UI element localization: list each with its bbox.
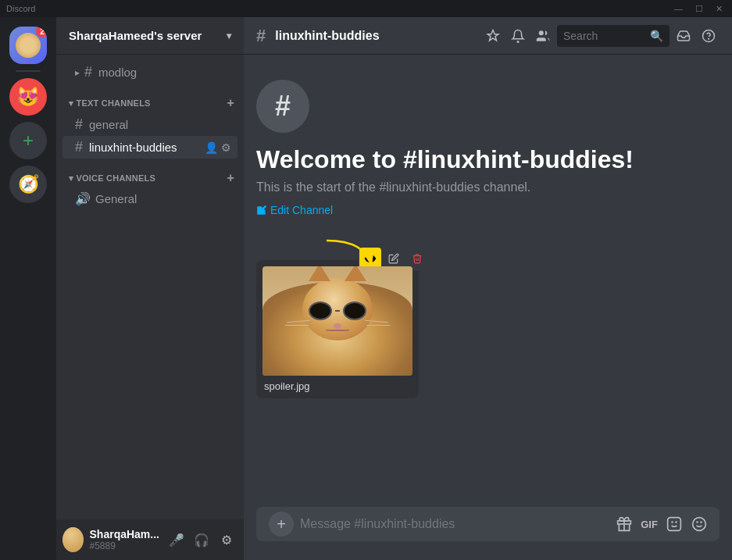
category-label-text: ▾ TEXT CHANNELS — [69, 98, 151, 109]
attachment-filename: spoiler.jpg — [262, 380, 412, 392]
text-channels-category[interactable]: ▾ TEXT CHANNELS + — [56, 84, 244, 113]
mute-button[interactable]: 🎤 — [166, 529, 187, 551]
input-actions: GIF — [607, 513, 716, 535]
window-controls: — ☐ ✕ — [671, 4, 726, 14]
message-area: spoiler.jpg — [256, 241, 720, 398]
welcome-subtitle: This is the start of the #linuxhint-budd… — [256, 180, 720, 194]
pencil-edit-icon — [388, 253, 399, 264]
speaker-icon: 🔊 — [75, 191, 91, 206]
search-bar[interactable]: Search 🔍 — [557, 25, 670, 47]
emoji-button[interactable] — [688, 513, 710, 535]
voice-channels-category[interactable]: ▾ VOICE CHANNELS + — [56, 159, 244, 188]
add-file-button[interactable]: + — [269, 512, 294, 537]
server-icon-sharqa[interactable]: 2 — [9, 27, 47, 64]
user-panel: SharqaHam... #5889 🎤 🎧 ⚙ — [56, 519, 244, 560]
channel-name-general: general — [89, 118, 231, 131]
add-text-channel-button[interactable]: + — [223, 96, 237, 110]
channels-list: ▸ # modlog ▾ TEXT CHANNELS + # general #… — [56, 55, 244, 519]
channel-sidebar: SharqaHameed's server ▾ ▸ # modlog ▾ TEX… — [56, 17, 244, 560]
gift-button[interactable] — [613, 513, 635, 535]
gif-button[interactable]: GIF — [638, 513, 660, 535]
channel-item-modlog[interactable]: ▸ # modlog — [62, 61, 237, 84]
app-title: Discord — [6, 4, 671, 13]
hash-icon: # — [84, 64, 92, 80]
minimize-btn[interactable]: — — [671, 4, 686, 14]
gift-icon — [616, 516, 632, 532]
notification-button[interactable] — [507, 25, 529, 47]
channel-name-linuxhint-buddies: linuxhint-buddies — [89, 141, 200, 154]
user-controls: 🎤 🎧 ⚙ — [166, 529, 237, 551]
channel-header: # linuxhint-buddies — [244, 17, 732, 55]
user-settings-button[interactable]: ⚙ — [216, 529, 237, 551]
server-divider — [16, 70, 41, 72]
voice-channel-name-general: General — [95, 192, 137, 205]
trash-icon — [412, 253, 423, 264]
user-discriminator: #5889 — [90, 540, 159, 551]
emoji-icon — [691, 516, 707, 532]
members-button[interactable] — [532, 25, 554, 47]
pencil-icon — [256, 205, 267, 216]
close-btn[interactable]: ✕ — [712, 4, 726, 14]
chevron-down-icon: ▾ — [227, 30, 231, 41]
inbox-button[interactable] — [673, 25, 695, 47]
hash-welcome-icon: # — [275, 90, 291, 123]
server-name: SharqaHameed's server — [69, 29, 202, 42]
server-icon-emoji[interactable]: 😻 — [9, 78, 47, 116]
explore-servers-button[interactable]: 🧭 — [9, 166, 47, 203]
hash-icon: # — [75, 139, 83, 155]
channel-welcome: # Welcome to #linuxhint-buddies! This is… — [256, 67, 720, 235]
help-button[interactable] — [698, 25, 720, 47]
main-content: # linuxhint-buddies — [244, 17, 732, 560]
message-text-input[interactable] — [300, 508, 607, 540]
svg-point-5 — [369, 257, 372, 260]
edit-channel-label: Edit Channel — [270, 204, 333, 216]
pin-button[interactable] — [482, 25, 504, 47]
plus-icon: + — [23, 130, 34, 152]
channel-actions: 👤 ⚙ — [205, 141, 231, 154]
plus-upload-icon: + — [277, 515, 286, 533]
add-server-button[interactable]: + — [9, 122, 47, 159]
sticker-button[interactable] — [663, 513, 685, 535]
header-actions: Search 🔍 — [482, 25, 720, 47]
settings-icon[interactable]: ⚙ — [221, 141, 231, 154]
server-notification-badge: 2 — [36, 27, 47, 37]
eye-icon — [364, 252, 377, 265]
image-preview[interactable] — [262, 266, 412, 376]
message-input-area: + GIF — [244, 507, 732, 560]
deafen-button[interactable]: 🎧 — [191, 529, 212, 551]
add-voice-channel-button[interactable]: + — [223, 171, 237, 185]
edit-channel-link[interactable]: Edit Channel — [256, 204, 720, 216]
gif-icon: GIF — [641, 519, 658, 530]
server-list: 2 😻 + 🧭 — [0, 17, 56, 560]
user-avatar[interactable] — [62, 527, 84, 552]
channel-welcome-icon: # — [256, 80, 309, 133]
message-input-box: + GIF — [256, 507, 720, 541]
welcome-title: Welcome to #linuxhint-buddies! — [256, 145, 720, 174]
svg-rect-8 — [668, 518, 681, 531]
server-header[interactable]: SharqaHameed's server ▾ — [56, 17, 244, 55]
channel-header-name: linuxhint-buddies — [275, 29, 379, 43]
category-label-voice: ▾ VOICE CHANNELS — [69, 173, 155, 184]
channel-name-modlog: modlog — [98, 66, 231, 79]
maximize-btn[interactable]: ☐ — [692, 4, 706, 14]
search-placeholder: Search — [563, 30, 645, 42]
channel-item-linuxhint-buddies[interactable]: # linuxhint-buddies 👤 ⚙ — [62, 136, 237, 159]
channel-item-general[interactable]: # general — [62, 113, 237, 136]
user-info: SharqaHam... #5889 — [90, 528, 159, 551]
channel-item-general-voice[interactable]: 🔊 General — [62, 188, 237, 209]
hash-icon: # — [75, 116, 83, 133]
chat-area: # Welcome to #linuxhint-buddies! This is… — [244, 55, 732, 507]
add-member-icon[interactable]: 👤 — [205, 141, 218, 154]
sticker-icon — [666, 516, 682, 532]
search-icon: 🔍 — [650, 30, 663, 42]
username: SharqaHam... — [90, 528, 159, 540]
collapse-arrow-icon: ▸ — [75, 67, 80, 78]
attachment-container: spoiler.jpg — [256, 260, 419, 398]
channel-header-hash-icon: # — [256, 26, 266, 46]
svg-point-11 — [693, 518, 706, 531]
svg-point-1 — [539, 30, 544, 35]
